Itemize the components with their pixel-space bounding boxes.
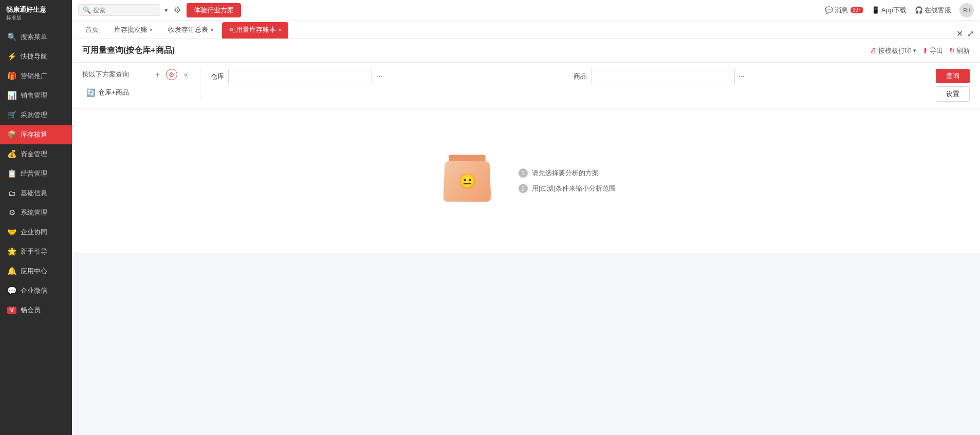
template-print-button[interactable]: 🖨 按模板打印 ▾ xyxy=(870,46,916,55)
sidebar-item-app-center[interactable]: 🔔 应用中心 xyxy=(0,261,72,281)
filter-left-actions: ＋ ⚙ « xyxy=(152,69,192,80)
sidebar-item-label: 基础信息 xyxy=(21,188,47,198)
tab-home[interactable]: 首页 xyxy=(78,22,106,39)
message-button[interactable]: 💬 消息 99+ xyxy=(825,6,863,15)
export-button[interactable]: ⬆ 导出 xyxy=(922,46,943,55)
filter-settings-button[interactable]: 设置 xyxy=(936,86,970,102)
top-search-box[interactable]: 🔍 xyxy=(78,4,160,16)
tab-available-qty-label: 可用量库存账本 xyxy=(229,25,276,34)
sidebar-item-label: 销售管理 xyxy=(21,91,47,100)
purchase-icon: 🛒 xyxy=(7,110,16,120)
tab-available-qty[interactable]: 可用量库存账本 × xyxy=(222,22,288,39)
sidebar-item-label: 新手引导 xyxy=(21,247,47,256)
search-menu-icon: 🔍 xyxy=(7,32,16,42)
filter-field-warehouse: 仓库 ··· xyxy=(211,69,565,84)
system-icon: ⚙ xyxy=(7,208,16,217)
sidebar-item-enterprise[interactable]: 🤝 企业协同 xyxy=(0,222,72,242)
refresh-label: 刷新 xyxy=(956,46,970,55)
sidebar-item-search[interactable]: 🔍 搜索菜单 xyxy=(0,27,72,47)
empty-box-icon xyxy=(443,161,491,202)
gear-icon[interactable]: ⚙ xyxy=(172,4,182,16)
main-area: 🔍 ▾ ⚙ 体验行业方案 💬 消息 99+ 📱 App下载 🎧 在线客服 Rit xyxy=(72,0,980,435)
tabs-bar: 首页 库存批次账 × 收发存汇总表 × 可用量库存账本 × ✕ ⤢ xyxy=(72,21,980,39)
filter-row-warehouse: 仓库 ··· 商品 ··· xyxy=(211,69,928,84)
operations-icon: 📋 xyxy=(7,169,16,178)
user-label: Rit xyxy=(963,7,970,13)
tab-expand-button[interactable]: ⤢ xyxy=(967,29,974,39)
product-more-button[interactable]: ··· xyxy=(739,72,745,81)
tab-available-qty-close-icon[interactable]: × xyxy=(278,27,281,33)
sidebar-item-label: 库存核算 xyxy=(21,130,47,139)
tab-batch-account-close-icon[interactable]: × xyxy=(150,27,153,33)
sidebar-item-label: 企业协同 xyxy=(21,228,47,237)
sales-icon: 📊 xyxy=(7,91,16,100)
hint-num-1: 1 xyxy=(519,168,528,178)
app-download-button[interactable]: 📱 App下载 xyxy=(872,6,907,15)
empty-state: 1 请先选择要分析的方案 2 用[过滤]条件来缩小分析范围 xyxy=(72,109,980,253)
template-print-chevron-icon[interactable]: ▾ xyxy=(913,47,916,54)
sidebar-item-label: 企业微信 xyxy=(21,286,47,295)
scheme-settings-icon[interactable]: ⚙ xyxy=(166,69,177,80)
hint-text-1: 请先选择要分析的方案 xyxy=(532,168,599,178)
inventory-icon: 📦 xyxy=(7,130,16,139)
tab-collection-summary[interactable]: 收发存汇总表 × xyxy=(161,22,220,39)
collapse-scheme-icon[interactable]: « xyxy=(180,69,192,80)
tabs-bar-right: ✕ ⤢ xyxy=(956,29,974,39)
sidebar-item-label: 畅会员 xyxy=(21,306,41,315)
sidebar-item-finance[interactable]: 💰 资金管理 xyxy=(0,144,72,164)
sidebar-item-sales[interactable]: 📊 销售管理 xyxy=(0,86,72,105)
sidebar: 畅康通好生意 标准版 🔍 搜索菜单 ⚡ 快捷导航 🎁 营销推广 📊 销售管理 🛒… xyxy=(0,0,72,435)
filter-field-product: 商品 ··· xyxy=(574,69,928,84)
top-search-input[interactable] xyxy=(93,7,155,14)
tab-collection-summary-label: 收发存汇总表 xyxy=(168,25,208,34)
filter-actions: 查询 设置 xyxy=(928,69,970,102)
warehouse-field-label: 仓库 xyxy=(211,72,224,81)
sidebar-item-system[interactable]: ⚙ 系统管理 xyxy=(0,203,72,222)
app-edition: 标准版 xyxy=(6,14,66,22)
tab-home-label: 首页 xyxy=(85,25,99,34)
empty-illustration xyxy=(436,150,498,212)
sidebar-item-label: 采购管理 xyxy=(21,110,47,120)
sidebar-item-label: 营销推广 xyxy=(21,71,47,81)
add-scheme-button[interactable]: ＋ xyxy=(152,69,163,80)
tab-collection-summary-close-icon[interactable]: × xyxy=(210,27,213,33)
enterprise-icon: 🤝 xyxy=(7,228,16,237)
query-button[interactable]: 查询 xyxy=(936,69,970,83)
user-avatar[interactable]: Rit xyxy=(959,3,974,17)
message-badge: 99+ xyxy=(850,7,863,13)
scheme-item-warehouse-product[interactable]: 🔄 仓库+商品 xyxy=(82,85,192,100)
dropdown-chevron-icon[interactable]: ▾ xyxy=(164,6,168,14)
refresh-button[interactable]: ↻ 刷新 xyxy=(949,46,970,55)
filter-fields-panel: 仓库 ··· 商品 ··· xyxy=(200,69,928,84)
warehouse-more-button[interactable]: ··· xyxy=(376,72,382,81)
sidebar-item-guide[interactable]: 🌟 新手引导 xyxy=(0,242,72,261)
sidebar-item-label: 快捷导航 xyxy=(21,52,47,61)
service-icon: 🎧 xyxy=(915,6,923,14)
export-icon: ⬆ xyxy=(922,47,928,54)
industry-solution-button[interactable]: 体验行业方案 xyxy=(187,3,241,17)
sidebar-item-operations[interactable]: 📋 经营管理 xyxy=(0,164,72,183)
top-header: 🔍 ▾ ⚙ 体验行业方案 💬 消息 99+ 📱 App下载 🎧 在线客服 Rit xyxy=(72,0,980,21)
sidebar-item-wechat[interactable]: 💬 企业微信 xyxy=(0,281,72,300)
warehouse-field-input[interactable] xyxy=(228,69,372,84)
tab-close-all-button[interactable]: ✕ xyxy=(956,29,963,39)
sidebar-item-label: 搜索菜单 xyxy=(21,32,47,42)
marketing-icon: 🎁 xyxy=(7,71,16,81)
sidebar-item-shortcut[interactable]: ⚡ 快捷导航 xyxy=(0,47,72,66)
empty-hint-2: 2 用[过滤]条件来缩小分析范围 xyxy=(519,184,616,193)
empty-hints: 1 请先选择要分析的方案 2 用[过滤]条件来缩小分析范围 xyxy=(519,168,616,193)
sidebar-item-purchase[interactable]: 🛒 采购管理 xyxy=(0,105,72,125)
sidebar-item-inventory[interactable]: 📦 库存核算 xyxy=(0,125,72,144)
product-field-input[interactable] xyxy=(591,69,735,84)
filter-area: 按以下方案查询 ＋ ⚙ « 🔄 仓库+商品 仓库 xyxy=(72,63,980,108)
shortcut-icon: ⚡ xyxy=(7,52,16,61)
sidebar-item-marketing[interactable]: 🎁 营销推广 xyxy=(0,66,72,86)
online-service-label: 在线客服 xyxy=(924,6,951,15)
online-service-button[interactable]: 🎧 在线客服 xyxy=(915,6,951,15)
sidebar-item-vip[interactable]: V 畅会员 xyxy=(0,300,72,320)
message-label: 消息 xyxy=(835,6,848,15)
sidebar-item-basic-info[interactable]: 🗂 基础信息 xyxy=(0,183,72,203)
sidebar-item-label: 应用中心 xyxy=(21,267,47,276)
tab-batch-account[interactable]: 库存批次账 × xyxy=(107,22,160,39)
page-header-actions: 🖨 按模板打印 ▾ ⬆ 导出 ↻ 刷新 xyxy=(870,46,970,55)
